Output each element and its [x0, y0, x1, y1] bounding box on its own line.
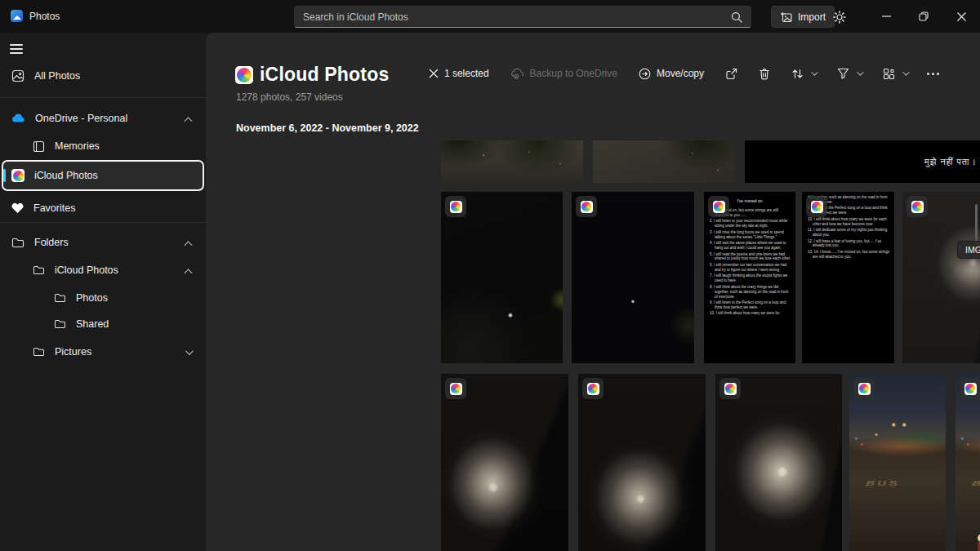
sidebar-item-label: Folders	[34, 237, 69, 248]
sidebar-item-onedrive[interactable]: OneDrive - Personal	[3, 104, 203, 132]
collapse-chevron-icon[interactable]	[185, 117, 193, 125]
move-copy-icon	[639, 68, 651, 80]
icloud-badge-icon	[708, 196, 729, 217]
sidebar-item-folders-icloud[interactable]: iCloud Photos	[3, 256, 203, 284]
collapse-chevron-icon[interactable]	[185, 241, 193, 249]
sidebar-item-folders-shared[interactable]: Shared	[3, 310, 203, 338]
road-marking-text: BUS	[969, 479, 980, 488]
photo-thumbnail[interactable]	[715, 374, 842, 551]
photo-thumbnail[interactable]	[441, 140, 583, 183]
folder-icon	[33, 265, 45, 275]
expand-chevron-icon[interactable]	[185, 347, 194, 355]
minimize-button[interactable]	[867, 0, 905, 33]
search-input[interactable]	[295, 11, 731, 23]
sidebar-item-folders[interactable]: Folders	[3, 229, 203, 256]
photo-thumbnail[interactable]: BUS	[849, 374, 946, 551]
gear-icon	[833, 11, 846, 24]
photo-thumbnail[interactable]: I've moved on 1. I've moved on, but some…	[704, 192, 795, 363]
move-copy-button[interactable]: Move/copy	[632, 64, 710, 84]
sort-button[interactable]	[785, 64, 822, 84]
folder-icon	[54, 319, 66, 329]
window-controls	[867, 0, 980, 33]
import-button[interactable]: Import	[771, 6, 835, 28]
photo-thumbnail[interactable]	[441, 374, 568, 551]
sidebar-item-icloud-photos[interactable]: iCloud Photos	[3, 162, 203, 189]
sidebar-divider	[0, 222, 206, 223]
sidebar: All Photos OneDrive - Personal Memories …	[0, 33, 206, 551]
titlebar: Photos Import	[0, 0, 980, 33]
view-options-button[interactable]	[876, 64, 914, 84]
page-subtitle: 1278 photos, 257 videos	[236, 91, 343, 103]
settings-button[interactable]	[828, 6, 851, 28]
folder-icon	[54, 293, 66, 303]
sidebar-item-memories[interactable]: Memories	[3, 132, 203, 160]
selection-toolbar: 1 selected Backup to OneDrive Move/copy	[422, 62, 944, 85]
heart-icon	[11, 202, 24, 214]
photo-thumbnail[interactable]: मुझे नहीं पता।	[745, 140, 980, 183]
filter-button[interactable]	[831, 64, 868, 83]
more-options-button[interactable]	[922, 73, 944, 75]
sidebar-item-favorites[interactable]: Favorites	[3, 194, 203, 222]
icloud-photos-page-icon	[235, 66, 253, 84]
photos-app-window: Photos Import	[0, 0, 980, 551]
icloud-badge-icon	[853, 378, 875, 399]
import-icon	[780, 11, 792, 23]
sidebar-item-label: OneDrive - Personal	[35, 113, 127, 124]
date-group-header: November 6, 2022 - November 9, 2022	[236, 122, 419, 134]
photo-thumbnail[interactable]	[441, 192, 563, 363]
selected-count: 1 selected	[444, 68, 489, 79]
sidebar-item-label: Photos	[76, 292, 108, 304]
search-icon[interactable]	[731, 11, 742, 23]
icloud-badge-icon	[806, 196, 827, 217]
import-label: Import	[798, 11, 826, 23]
collapse-chevron-icon[interactable]	[185, 269, 193, 277]
photos-app-icon	[11, 10, 23, 22]
photo-thumbnail[interactable]	[593, 140, 735, 183]
hamburger-menu-icon[interactable]	[10, 44, 23, 54]
move-copy-label: Move/copy	[657, 68, 704, 79]
chevron-down-icon	[857, 69, 863, 75]
share-button[interactable]	[719, 64, 744, 84]
sidebar-item-folders-photos[interactable]: Photos	[3, 284, 203, 312]
road-marking-text: BUS	[863, 479, 901, 488]
delete-button[interactable]	[752, 64, 777, 84]
clear-selection-button[interactable]: 1 selected	[422, 64, 496, 83]
chevron-down-icon	[811, 69, 817, 75]
layout-grid-icon	[883, 68, 895, 80]
sidebar-item-pictures[interactable]: Pictures	[3, 338, 203, 366]
note-text: 1. I've moved on, but some strings are s…	[704, 203, 795, 316]
cloud-sync-icon	[510, 68, 524, 79]
sort-icon	[791, 68, 804, 80]
photo-thumbnail[interactable]: did together, such as dancing on the roa…	[802, 192, 894, 363]
icloud-photos-icon	[11, 169, 24, 182]
chevron-down-icon	[902, 69, 909, 75]
icloud-badge-icon	[445, 196, 466, 217]
all-photos-icon	[11, 69, 24, 82]
sidebar-item-label: Pictures	[55, 346, 91, 358]
memories-icon	[33, 140, 45, 153]
app-title: Photos	[29, 11, 60, 22]
filename-tooltip: IMG_2334.HEIC	[957, 241, 980, 259]
icloud-badge-icon	[719, 378, 741, 399]
selection-accent-bar	[3, 169, 6, 182]
close-button[interactable]	[942, 0, 980, 33]
main-content: iCloud Photos 1278 photos, 257 videos 1 …	[206, 33, 980, 551]
sidebar-item-label: Memories	[55, 140, 100, 152]
sidebar-item-label: Favorites	[33, 202, 75, 214]
share-icon	[725, 68, 737, 80]
restore-button[interactable]	[905, 0, 942, 33]
sidebar-item-label: All Photos	[34, 70, 80, 82]
photo-thumbnail[interactable]	[578, 374, 706, 551]
sidebar-divider	[0, 97, 206, 98]
icloud-badge-icon	[960, 378, 980, 399]
photo-thumbnail-hovered[interactable]	[902, 192, 980, 363]
backup-label: Backup to OneDrive	[530, 68, 617, 79]
photo-thumbnail[interactable]	[572, 192, 694, 363]
icloud-badge-icon	[906, 196, 928, 217]
photo-thumbnail[interactable]: BUS	[956, 374, 980, 551]
backup-to-onedrive-button[interactable]: Backup to OneDrive	[504, 64, 624, 83]
bitmoji-sticker	[973, 532, 980, 551]
search-box[interactable]	[294, 6, 751, 28]
onedrive-cloud-icon	[11, 113, 25, 123]
sidebar-item-all-photos[interactable]: All Photos	[3, 62, 203, 90]
